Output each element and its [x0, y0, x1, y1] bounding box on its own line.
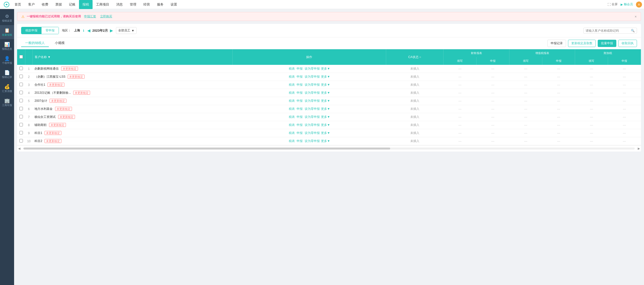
retrieve-receipt-button[interactable]: 收取回执 [618, 40, 637, 47]
tab-small-scale[interactable]: 小规模 [51, 39, 69, 47]
op-more-1[interactable]: 更多▼ [321, 75, 330, 78]
op-tax-form-2[interactable]: 税表 [289, 83, 295, 86]
op-more-6[interactable]: 更多▼ [321, 115, 330, 119]
sidebar-item-annual-report[interactable]: 🏢 工商年报 [0, 96, 14, 110]
op-zero-declare-1[interactable]: 设为零申报 [305, 75, 320, 78]
op-zero-declare-6[interactable]: 设为零申报 [305, 115, 320, 119]
op-zero-declare-5[interactable]: 设为零申报 [305, 107, 320, 111]
op-tax-form-1[interactable]: 税表 [289, 75, 295, 78]
sidebar-item-tax-settings[interactable]: ⚙ 报税设置 [0, 11, 14, 25]
op-zero-declare-0[interactable]: 设为零申报 [305, 67, 320, 70]
tab-zero-declaration[interactable]: 零申报 [42, 27, 59, 34]
tab-general-taxpayer[interactable]: 一般的纳税人 [21, 39, 49, 47]
nav-admin[interactable]: 管理 [126, 0, 140, 9]
op-declare-6[interactable]: 申报 [297, 115, 303, 119]
op-zero-declare-2[interactable]: 设为零申报 [305, 83, 320, 86]
sidebar-item-batch-tax[interactable]: 📋 批量报税 [0, 25, 14, 39]
nav-home[interactable]: 首页 [11, 0, 25, 9]
member-button[interactable]: ▶ 畅会员 [621, 2, 633, 7]
sidebar-item-tax-overview[interactable]: 📊 报税总览 [0, 39, 14, 53]
op-zero-declare-8[interactable]: 设为零申报 [305, 131, 320, 135]
date-next-button[interactable]: ▶ [110, 28, 113, 33]
row-checkbox-0[interactable] [19, 67, 23, 70]
op-declare-9[interactable]: 申报 [297, 139, 303, 143]
op-tax-form-3[interactable]: 税表 [289, 91, 295, 94]
op-tax-form-8[interactable]: 税表 [289, 131, 295, 135]
row-checkbox-6[interactable] [19, 115, 23, 118]
scroll-right-icon[interactable]: ▶ [637, 147, 641, 150]
row-vat-declare-9: — [542, 137, 575, 145]
nav-billing[interactable]: 收费 [38, 0, 52, 9]
row-checkbox-1[interactable] [19, 75, 23, 78]
op-declare-3[interactable]: 申报 [297, 91, 303, 94]
op-more-9[interactable]: 更多▼ [321, 139, 330, 143]
row-checkbox-5[interactable] [19, 107, 23, 110]
op-declare-5[interactable]: 申报 [297, 107, 303, 111]
op-tax-form-7[interactable]: 税表 [289, 123, 295, 127]
op-zero-declare-3[interactable]: 设为零申报 [305, 91, 320, 94]
banner-link-buy[interactable]: 立即购买 [100, 14, 112, 19]
op-zero-declare-4[interactable]: 设为零申报 [305, 99, 320, 103]
op-declare-2[interactable]: 申报 [297, 83, 303, 86]
nav-service[interactable]: 服务 [153, 0, 167, 9]
op-declare-0[interactable]: 申报 [297, 67, 303, 70]
op-zero-declare-9[interactable]: 设为零申报 [305, 139, 320, 143]
batch-declare-button[interactable]: 批量申报 [598, 40, 616, 47]
search-input[interactable] [586, 29, 631, 32]
nav-business[interactable]: 工商项目 [93, 0, 113, 9]
date-prev-button[interactable]: ◀ [87, 28, 90, 33]
banner-link-submit[interactable]: 申报汇签 [84, 14, 96, 19]
op-tax-form-0[interactable]: 税表 [289, 67, 295, 70]
update-tax-button[interactable]: 更新税定及取数 [568, 40, 596, 47]
op-declare-1[interactable]: 申报 [297, 75, 303, 78]
app-logo[interactable] [2, 0, 11, 9]
row-checkbox-7[interactable] [19, 123, 23, 126]
op-more-8[interactable]: 更多▼ [321, 131, 330, 135]
op-more-7[interactable]: 更多▼ [321, 123, 330, 127]
declaration-record-button[interactable]: 申报记录 [547, 40, 566, 47]
status-tag-7: 未更新核定 [49, 123, 66, 127]
op-more-0[interactable]: 更多▼ [321, 67, 330, 70]
op-more-4[interactable]: 更多▼ [321, 99, 330, 103]
nav-settings[interactable]: 设置 [167, 0, 181, 9]
nav-operation[interactable]: 经营 [140, 0, 153, 9]
banner-close-button[interactable]: × [635, 15, 637, 19]
nav-message[interactable]: 消息 [113, 0, 126, 9]
row-checkbox-2[interactable] [19, 83, 23, 86]
fullscreen-button[interactable]: ⛶ 全屏 [608, 2, 618, 7]
nav-accounting[interactable]: 记账 [65, 0, 79, 9]
op-tax-form-6[interactable]: 税表 [289, 115, 295, 119]
tab-tax-declaration[interactable]: 税款申报 [21, 27, 42, 34]
horizontal-scrollbar[interactable] [23, 148, 635, 150]
member-icon: ▶ [621, 3, 623, 6]
op-declare-4[interactable]: 申报 [297, 99, 303, 103]
region-info-icon[interactable]: ℹ [83, 29, 84, 32]
row-checkbox-8[interactable] [19, 131, 23, 134]
op-declare-8[interactable]: 申报 [297, 131, 303, 135]
row-checkbox-9[interactable] [19, 139, 23, 142]
op-more-2[interactable]: 更多▼ [321, 83, 330, 86]
select-all-checkbox[interactable] [19, 55, 23, 59]
row-checkbox-4[interactable] [19, 99, 23, 102]
nav-invoice[interactable]: 票据 [52, 0, 65, 9]
department-selector[interactable]: 全部员工 ▼ [116, 27, 137, 34]
op-more-3[interactable]: 更多▼ [321, 91, 330, 94]
op-more-5[interactable]: 更多▼ [321, 107, 330, 111]
op-tax-form-9[interactable]: 税表 [289, 139, 295, 143]
nav-tax[interactable]: 报税 [79, 0, 93, 9]
sidebar-item-personal-tax[interactable]: 👤 个税申报 [0, 53, 14, 67]
op-tax-form-4[interactable]: 税表 [289, 99, 295, 103]
client-name-text: 2007会计 [34, 99, 47, 103]
sidebar-item-tax-records[interactable]: 📄 报税记录 [0, 67, 14, 81]
row-checkbox-3[interactable] [19, 91, 23, 94]
op-zero-declare-7[interactable]: 设为零申报 [305, 123, 320, 127]
scroll-left-icon[interactable]: ◀ [17, 147, 21, 150]
user-avatar[interactable]: A [636, 2, 642, 8]
search-icon[interactable]: 🔍 [631, 29, 635, 32]
dept-dropdown-icon: ▼ [131, 29, 134, 32]
op-tax-form-5[interactable]: 税表 [289, 107, 295, 111]
sidebar-item-settlement[interactable]: 💰 汇算清缴 [0, 81, 14, 96]
nav-client[interactable]: 客户 [25, 0, 38, 9]
op-declare-7[interactable]: 申报 [297, 123, 303, 127]
row-index-7: 8 [25, 121, 32, 129]
